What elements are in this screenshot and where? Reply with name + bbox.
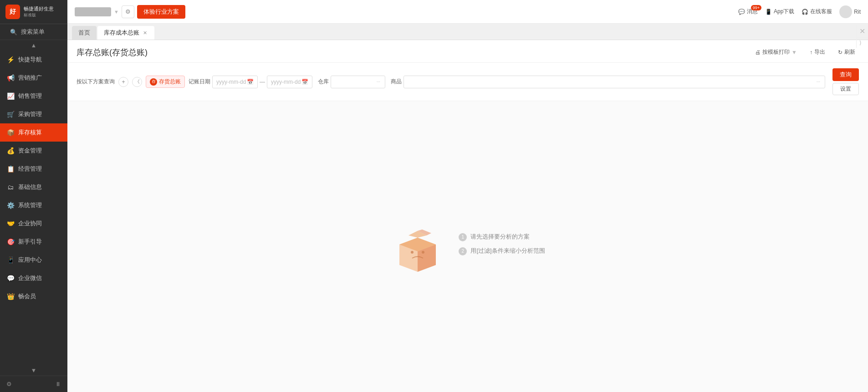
sidebar-item-quick-nav[interactable]: ⚡ 快捷导航	[0, 51, 67, 69]
tab-inventory-cost[interactable]: 库存成本总账 ✕	[97, 26, 154, 40]
avatar	[839, 5, 852, 18]
app-download-btn[interactable]: 📱 App下载	[765, 8, 794, 15]
filter-label: 按以下方案查询	[77, 78, 115, 86]
purchase-icon: 🛒	[6, 110, 15, 118]
app-download-label: App下载	[774, 8, 794, 15]
calendar-end-icon: 📅	[301, 79, 308, 85]
goods-field-label: 商品	[391, 78, 402, 86]
sidebar-item-enterprise[interactable]: 🤝 企业协同	[0, 214, 67, 233]
calendar-start-icon: 📅	[247, 79, 254, 85]
sidebar-nav: ⚡ 快捷导航 📢 营销推广 📈 销售管理 🛒 采购管理 📦 库存核算 💰 资金管…	[0, 51, 67, 365]
date-end-placeholder: yyyy-mm-dd	[271, 79, 301, 85]
goods-select[interactable]: ···	[403, 76, 825, 88]
filter-row: 存 存货总账 记账日期 yyyy-mm-dd 📅 — yyyy-mm-dd	[146, 76, 825, 88]
sidebar-item-system[interactable]: ⚙️ 系统管理	[0, 196, 67, 214]
sidebar-footer: ⚙ ⏸	[0, 376, 67, 392]
sales-icon: 📈	[6, 92, 15, 100]
query-btn[interactable]: 查询	[832, 68, 859, 81]
export-btn[interactable]: ↑ 导出	[806, 46, 829, 58]
scroll-up-btn[interactable]: ▲	[0, 40, 67, 51]
sidebar-item-label: 畅会员	[18, 292, 36, 300]
export-label: 导出	[814, 48, 825, 56]
sidebar-item-app-center[interactable]: 📱 应用中心	[0, 251, 67, 269]
date-field-group: 记账日期 yyyy-mm-dd 📅 — yyyy-mm-dd 📅	[189, 76, 312, 88]
filter-settings-btn[interactable]: 设置	[832, 83, 859, 95]
scroll-down-btn[interactable]: ▼	[0, 365, 67, 376]
date-end-input[interactable]: yyyy-mm-dd 📅	[267, 76, 312, 88]
print-dropdown-icon[interactable]: ▼	[791, 49, 797, 56]
date-start-input[interactable]: yyyy-mm-dd 📅	[212, 76, 258, 88]
sidebar-item-label: 采购管理	[18, 110, 42, 118]
app-edition: 标准版	[24, 12, 54, 18]
sidebar-item-wechat[interactable]: 💬 企业微信	[0, 269, 67, 287]
sidebar-item-label: 快捷导航	[18, 56, 42, 64]
warehouse-select[interactable]: ···	[331, 76, 385, 88]
filter-fields: 记账日期 yyyy-mm-dd 📅 — yyyy-mm-dd 📅	[189, 76, 825, 88]
sidebar-item-label: 企业协同	[18, 219, 42, 228]
sidebar-item-inventory[interactable]: 📦 库存核算	[0, 123, 67, 142]
sidebar: 好 畅捷通好生意 标准版 🔍 搜索菜单 ▲ ⚡ 快捷导航 📢 营销推广 📈 销售…	[0, 0, 67, 392]
tab-home[interactable]: 首页	[72, 26, 97, 40]
tab-close-btn[interactable]: ✕	[142, 30, 148, 36]
sidebar-item-label: 销售管理	[18, 92, 42, 100]
sidebar-item-basic[interactable]: 🗂 基础信息	[0, 178, 67, 196]
hint-item-1: 1 请先选择要分析的方案	[459, 233, 545, 241]
inventory-icon: 📦	[6, 128, 15, 137]
system-icon: ⚙️	[6, 201, 15, 209]
sidebar-item-purchase[interactable]: 🛒 采购管理	[0, 105, 67, 123]
settings-gear-btn[interactable]: ⚙	[122, 5, 134, 18]
settings-icon[interactable]: ⚙	[6, 381, 12, 387]
empty-hints: 1 请先选择要分析的方案 2 用[过滤]条件来缩小分析范围	[459, 233, 545, 261]
breadcrumb: ▼ ⚙ 体验行业方案	[75, 5, 734, 19]
page-header: 库存总账(存货总账) 🖨 按模板打印 ▼ ↑ 导出 ↻ 刷新 ✕ ⟩	[67, 40, 868, 63]
basic-icon: 🗂	[6, 183, 15, 191]
sidebar-item-operation[interactable]: 📋 经营管理	[0, 160, 67, 178]
hint-text-2: 用[过滤]条件来缩小分析范围	[470, 247, 545, 255]
industry-btn[interactable]: 体验行业方案	[137, 5, 185, 19]
filter-bar: 按以下方案查询 + 《 存 存货总账 记账日期 yyyy-mm-dd 📅	[67, 63, 868, 101]
svg-point-5	[411, 251, 414, 254]
hint-num-1: 1	[459, 233, 467, 241]
tab-inventory-cost-label: 库存成本总账	[104, 29, 139, 37]
search-menu-label: 搜索菜单	[21, 28, 45, 36]
sidebar-item-member[interactable]: 👑 畅会员	[0, 287, 67, 305]
sidebar-item-label: 企业微信	[18, 274, 42, 282]
messages-btn[interactable]: 💬 消息 99+	[738, 8, 758, 15]
user-info[interactable]: Rit	[839, 5, 861, 18]
scheme-name: 存货总账	[159, 78, 181, 86]
enterprise-icon: 🤝	[6, 219, 15, 228]
marketing-icon: 📢	[6, 74, 15, 82]
content-area: 库存总账(存货总账) 🖨 按模板打印 ▼ ↑ 导出 ↻ 刷新 ✕ ⟩	[67, 40, 868, 392]
print-btn[interactable]: 🖨 按模板打印 ▼	[751, 46, 801, 58]
filter-add-btn[interactable]: +	[118, 77, 128, 87]
home-tab-label: 首页	[78, 29, 90, 37]
goods-field-group: 商品 ···	[391, 76, 825, 88]
sidebar-item-label: 应用中心	[18, 256, 42, 264]
warehouse-field-group: 仓库 ···	[318, 76, 385, 88]
panel-expand-icon[interactable]: ⟩	[856, 40, 868, 48]
audio-icon[interactable]: ⏸	[55, 381, 61, 387]
page-actions: 🖨 按模板打印 ▼ ↑ 导出 ↻ 刷新 ✕ ⟩	[751, 46, 859, 58]
filter-buttons: 查询 设置	[832, 68, 859, 95]
sidebar-item-marketing[interactable]: 📢 营销推广	[0, 69, 67, 87]
filter-collapse-btn[interactable]: 《	[132, 77, 142, 87]
sidebar-item-newbie[interactable]: 🎯 新手引导	[0, 233, 67, 251]
more-icon: ···	[377, 79, 380, 84]
user-name: Rit	[854, 9, 861, 15]
member-icon: 👑	[6, 292, 15, 300]
search-menu[interactable]: 🔍 搜索菜单	[0, 24, 67, 40]
date-separator: —	[260, 79, 265, 85]
message-icon: 💬	[738, 9, 745, 15]
chevron-up-icon: ▲	[31, 42, 37, 49]
sidebar-item-sales[interactable]: 📈 销售管理	[0, 87, 67, 105]
refresh-btn[interactable]: ↻ 刷新	[834, 46, 859, 58]
filter-scheme-chip[interactable]: 存 存货总账	[146, 76, 185, 88]
page-title: 库存总账(存货总账)	[77, 47, 148, 58]
empty-content: 1 请先选择要分析的方案 2 用[过滤]条件来缩小分析范围	[390, 219, 545, 274]
scheme-icon: 存	[150, 78, 157, 86]
sidebar-item-fund[interactable]: 💰 资金管理	[0, 142, 67, 160]
online-service-btn[interactable]: 🎧 在线客服	[802, 8, 832, 15]
sidebar-item-label: 基础信息	[18, 183, 42, 191]
sidebar-item-label: 新手引导	[18, 238, 42, 246]
fund-icon: 💰	[6, 147, 15, 155]
